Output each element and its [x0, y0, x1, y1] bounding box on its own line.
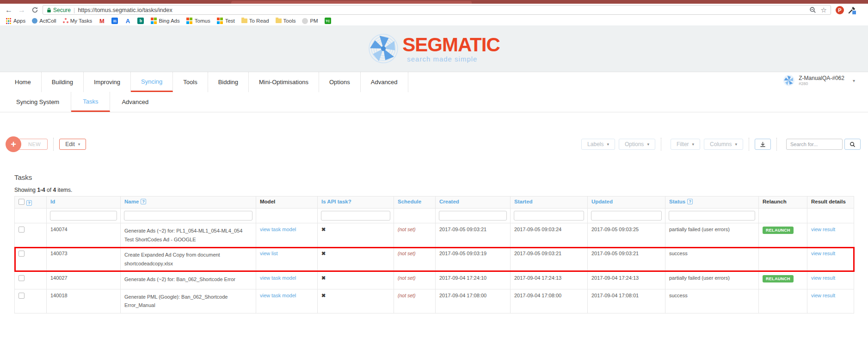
view-model-link[interactable]: view task model [260, 275, 296, 281]
row-checkbox[interactable] [18, 227, 25, 233]
view-model-link[interactable]: view task model [260, 227, 296, 232]
bookmark-bing[interactable]: b [135, 18, 146, 24]
status-cell: success [665, 289, 759, 313]
bookmark-label: Tomus [195, 18, 210, 24]
relaunch-button[interactable]: RELAUNCH [763, 275, 794, 282]
select-all-checkbox[interactable] [18, 199, 25, 205]
secure-indicator[interactable]: Secure [47, 7, 71, 13]
bookmark-techcrunch[interactable]: TC [322, 18, 333, 24]
back-icon[interactable]: ← [4, 5, 14, 15]
id-cell: 140018 [47, 289, 121, 313]
secure-label: Secure [53, 7, 71, 13]
bookmark-calendar[interactable]: 31 [109, 18, 120, 24]
forward-icon[interactable]: → [17, 5, 27, 15]
bookmark-to-read[interactable]: To Read [239, 18, 271, 24]
id-filter-input[interactable] [50, 211, 117, 221]
nav-home[interactable]: Home [5, 72, 42, 92]
subnav-syncing-system[interactable]: Syncing System [5, 92, 71, 112]
relaunch-button[interactable]: RELAUNCH [763, 227, 794, 234]
subnav-tasks[interactable]: Tasks [71, 92, 110, 112]
status-cell: partially failed (user errors) [665, 271, 759, 289]
nav-improving[interactable]: Improving [84, 72, 131, 92]
view-model-link[interactable]: view list [260, 251, 278, 256]
nav-tools[interactable]: Tools [173, 72, 208, 92]
column-header-id[interactable]: Id [50, 199, 55, 204]
view-result-link[interactable]: view result [811, 275, 835, 281]
url-bar[interactable]: Secure | https://tomus.segmatic.io/tasks… [43, 5, 831, 15]
view-model-link[interactable]: view task model [260, 293, 296, 298]
column-header-schedule[interactable]: Schedule [398, 199, 421, 204]
right-toolbar: Labels ▾ Options ▾ Filter ▾ Columns ▾ [578, 138, 861, 151]
columns-label: Columns [710, 141, 732, 147]
status-filter-input[interactable] [669, 211, 755, 221]
summary-mid: of [45, 187, 53, 193]
bookmark-star-icon[interactable]: ☆ [821, 6, 827, 13]
new-task-button[interactable]: NEW + [8, 139, 48, 150]
nav-building[interactable]: Building [42, 72, 84, 92]
bookmark-pm[interactable]: PM [300, 18, 320, 24]
name-filter-input[interactable] [124, 211, 252, 221]
help-icon[interactable]: ? [141, 199, 146, 204]
bookmark-my-tasks[interactable]: My Tasks [61, 18, 95, 24]
pocket-extension-icon[interactable]: P [836, 6, 844, 14]
row-checkbox[interactable] [18, 251, 25, 257]
browser-tab[interactable] [231, 1, 472, 4]
column-header-updated[interactable]: Updated [591, 199, 613, 204]
options-button[interactable]: Options ▾ [619, 139, 655, 150]
updated-filter-input[interactable] [591, 211, 662, 221]
squares-icon [217, 18, 223, 24]
bookmark-gmail[interactable]: M [96, 18, 107, 24]
help-icon[interactable]: ? [687, 199, 693, 204]
subnav-advanced[interactable]: Advanced [110, 92, 160, 112]
row-checkbox[interactable] [18, 293, 25, 299]
nav-bidding[interactable]: Bidding [208, 72, 249, 92]
started-filter-input[interactable] [514, 211, 584, 221]
bookmark-bing-ads[interactable]: Bing Ads [148, 18, 182, 24]
view-result-link[interactable]: view result [811, 251, 835, 256]
summary-line: Showing 1-4 of 4 items. [14, 187, 854, 193]
row-checkbox[interactable] [18, 275, 25, 281]
divider [661, 138, 661, 151]
created-filter-input[interactable] [439, 211, 507, 221]
bookmark-test[interactable]: Test [215, 18, 237, 24]
nav-mini-optimisations[interactable]: Mini-Optimisations [249, 72, 319, 92]
status-cell: success [665, 247, 759, 271]
view-result-link[interactable]: view result [811, 227, 835, 232]
labels-button[interactable]: Labels ▾ [581, 139, 615, 150]
column-header-status[interactable]: Status [669, 199, 685, 204]
pinwheel-logo-icon [368, 33, 399, 64]
bookmark-tomus[interactable]: Tomus [184, 18, 213, 24]
download-button[interactable] [755, 139, 771, 150]
column-header-name[interactable]: Name [124, 199, 139, 204]
bookmark-actcoll[interactable]: ActColl [30, 18, 58, 24]
columns-button[interactable]: Columns ▾ [704, 139, 743, 150]
view-result-link[interactable]: view result [811, 293, 835, 298]
divider [776, 138, 777, 151]
is-api-filter-input[interactable] [321, 211, 390, 221]
bookmark-analytics[interactable]: A [122, 18, 133, 24]
nav-syncing[interactable]: Syncing [131, 72, 173, 92]
updated-cell: 2017-09-04 17:08:01 [588, 289, 665, 313]
apps-menu[interactable]: Apps [3, 18, 28, 24]
url-text[interactable]: https://tomus.segmatic.io/tasks/index [78, 7, 806, 13]
bookmark-label: Tools [283, 18, 296, 24]
column-header-started[interactable]: Started [514, 199, 533, 204]
zoom-out-icon[interactable] [809, 6, 816, 13]
search-button[interactable] [844, 139, 861, 150]
help-icon[interactable]: ? [26, 200, 32, 206]
filter-button[interactable]: Filter ▾ [671, 139, 700, 150]
bookmark-tools[interactable]: Tools [273, 18, 298, 24]
column-header-relaunch: Relaunch [763, 199, 787, 204]
column-header-created[interactable]: Created [439, 199, 459, 204]
edit-label: Edit [65, 141, 75, 147]
browser-tab-strip [0, 0, 868, 4]
column-header-is-api[interactable]: Is API task? [321, 199, 351, 204]
nav-options[interactable]: Options [319, 72, 361, 92]
eyedropper-extension-icon[interactable] [848, 6, 856, 14]
filter-label: Filter [677, 141, 689, 147]
search-input[interactable] [786, 139, 843, 150]
refresh-icon[interactable] [30, 5, 40, 15]
edit-button[interactable]: Edit ▾ [59, 139, 86, 150]
nav-advanced[interactable]: Advanced [361, 72, 408, 92]
user-menu[interactable]: Z-ManualQA-#062 #280 ▾ [783, 74, 855, 86]
